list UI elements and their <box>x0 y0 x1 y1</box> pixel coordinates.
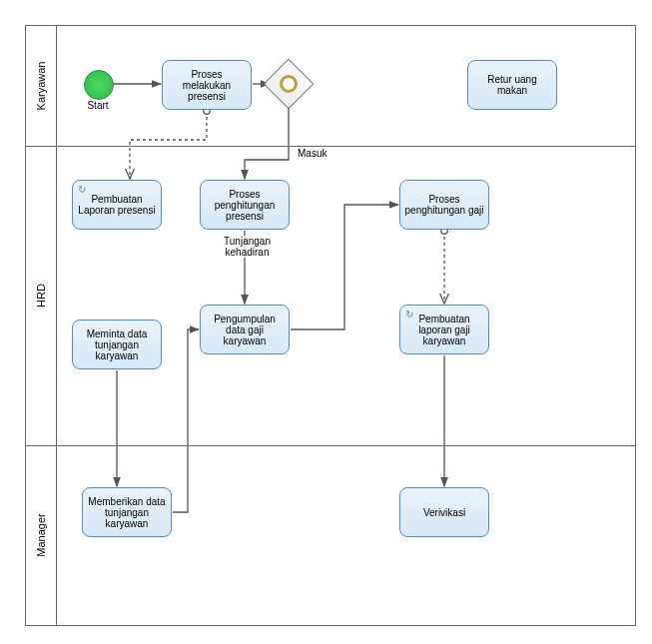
gateway-inclusive[interactable] <box>271 66 307 102</box>
edge-label-masuk: Masuk <box>296 148 328 159</box>
edge-label-tunjangan: Tunjangan kehadiran <box>218 236 277 258</box>
start-event[interactable] <box>84 70 114 100</box>
task-beri-tunjangan[interactable]: Memberikan data tunjangan karyawan <box>82 487 172 537</box>
task-label: Proses penghitungan gaji <box>403 194 485 216</box>
task-label: Proses melakukan presensi <box>166 69 248 102</box>
task-label: Pembuatan laporan gaji karyawan <box>403 314 485 346</box>
task-label: Pembuatan Laporan presensi <box>76 194 158 216</box>
lane-label-hrd: HRD <box>26 146 57 445</box>
task-label: Memberikan data tunjangan karyawan <box>86 496 168 529</box>
task-label: Pengumpulan data gaji karyawan <box>204 314 286 346</box>
task-label: Meminta data tunjangan karyawan <box>76 328 158 361</box>
task-kumpul-gaji[interactable]: Pengumpulan data gaji karyawan <box>200 305 290 354</box>
task-minta-tunjangan[interactable]: Meminta data tunjangan karyawan <box>72 320 162 369</box>
diagram-container: Karyawan HRD Manager Start Proses melaku… <box>0 0 652 644</box>
task-hitung-gaji[interactable]: Proses penghitungan gaji <box>399 180 489 230</box>
task-hitung-presensi[interactable]: Proses penghitungan presensi <box>200 180 290 230</box>
task-presensi[interactable]: Proses melakukan presensi <box>162 60 252 110</box>
task-laporan-presensi[interactable]: ↻ Pembuatan Laporan presensi <box>72 180 162 230</box>
task-label: Verivikasi <box>423 507 465 518</box>
task-verifikasi[interactable]: Verivikasi <box>399 487 489 537</box>
task-label: Retur uang makan <box>471 74 553 96</box>
start-label: Start <box>84 100 112 111</box>
task-retur[interactable]: Retur uang makan <box>467 60 557 110</box>
lane-label-manager: Manager <box>26 445 57 625</box>
subprocess-icon: ↻ <box>405 309 413 320</box>
task-laporan-gaji[interactable]: ↻ Pembuatan laporan gaji karyawan <box>399 305 489 354</box>
task-label: Proses penghitungan presensi <box>204 189 286 222</box>
lane-label-karyawan: Karyawan <box>26 26 57 146</box>
subprocess-icon: ↻ <box>78 184 86 195</box>
